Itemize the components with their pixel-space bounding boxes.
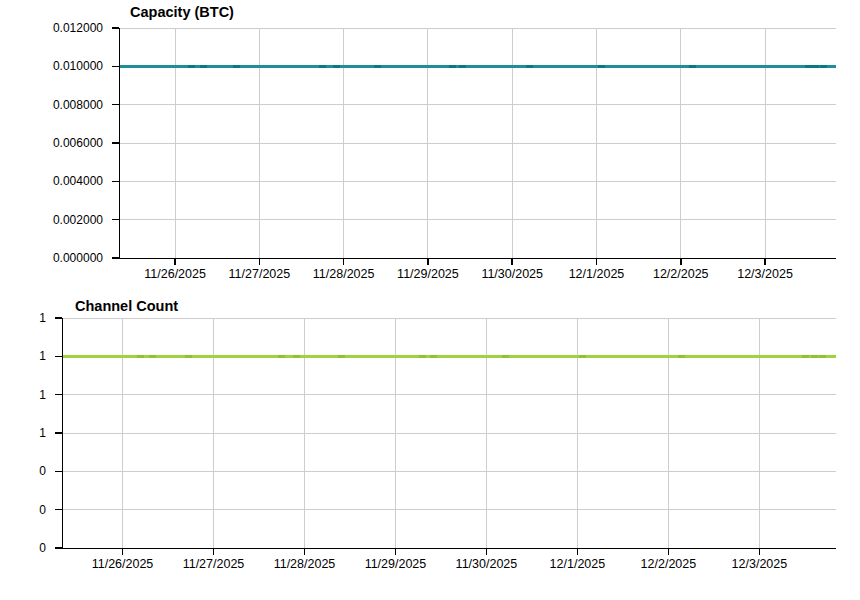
gridline-vertical xyxy=(486,318,487,548)
x-axis-tick xyxy=(486,548,488,555)
x-axis-tick xyxy=(511,258,513,265)
y-axis-tick xyxy=(55,356,62,358)
y-axis-tick xyxy=(55,509,62,511)
data-point-marker xyxy=(819,355,826,358)
x-axis-tick-label: 11/27/2025 xyxy=(169,556,259,572)
data-point-marker xyxy=(526,65,533,68)
data-point-marker xyxy=(811,355,818,358)
y-axis-tick-label: 0.000000 xyxy=(8,250,103,266)
chart-title-channel-count: Channel Count xyxy=(75,298,178,314)
y-axis-tick-label: 0.012000 xyxy=(8,20,103,36)
y-axis-tick-label: 0.002000 xyxy=(8,212,103,228)
gridline-horizontal xyxy=(120,143,836,144)
data-point-marker xyxy=(137,355,144,358)
gridline-vertical xyxy=(596,28,597,258)
x-axis-tick xyxy=(759,548,761,555)
y-axis-tick-label: 1 xyxy=(0,310,46,326)
data-point-marker xyxy=(678,355,685,358)
x-axis-tick-label: 12/3/2025 xyxy=(714,556,804,572)
data-point-marker xyxy=(689,65,696,68)
gridline-horizontal xyxy=(63,318,836,319)
gridline-vertical xyxy=(680,28,681,258)
x-axis-tick-label: 12/1/2025 xyxy=(551,266,641,282)
y-axis-tick xyxy=(55,317,62,319)
data-point-marker xyxy=(374,65,381,68)
data-point-marker xyxy=(598,65,605,68)
data-point-marker xyxy=(149,355,156,358)
x-axis-tick-label: 11/30/2025 xyxy=(467,266,557,282)
gridline-horizontal xyxy=(63,394,836,395)
y-axis-tick xyxy=(55,471,62,473)
gridline-vertical xyxy=(668,318,669,548)
y-axis-tick xyxy=(112,257,119,259)
data-point-marker xyxy=(419,355,426,358)
x-axis-tick xyxy=(577,548,579,555)
chart-plot-capacity: 0.0120000.0100000.0080000.0060000.004000… xyxy=(119,28,836,259)
x-axis-tick xyxy=(596,258,598,265)
data-point-marker xyxy=(579,355,586,358)
x-axis-tick xyxy=(668,548,670,555)
x-axis-tick xyxy=(343,258,345,265)
y-axis-tick xyxy=(55,432,62,434)
gridline-vertical xyxy=(175,28,176,258)
y-axis-tick-label: 0 xyxy=(0,502,46,518)
x-axis-tick-label: 11/28/2025 xyxy=(259,556,349,572)
data-point-marker xyxy=(293,355,300,358)
series-line-capacity-btc- xyxy=(120,65,836,68)
data-point-marker xyxy=(319,65,326,68)
y-axis-tick xyxy=(112,104,119,106)
data-point-marker xyxy=(449,65,456,68)
data-point-marker xyxy=(333,65,340,68)
y-axis-tick xyxy=(112,66,119,68)
data-point-marker xyxy=(278,355,285,358)
gridline-horizontal xyxy=(120,28,836,29)
y-axis-tick xyxy=(112,219,119,221)
data-point-marker xyxy=(459,65,466,68)
x-axis-tick-label: 11/30/2025 xyxy=(441,556,531,572)
series-line-channel-count xyxy=(63,355,836,358)
data-point-marker xyxy=(820,65,827,68)
gridline-vertical xyxy=(395,318,396,548)
x-axis-tick-label: 11/27/2025 xyxy=(214,266,304,282)
gridline-vertical xyxy=(213,318,214,548)
y-axis-tick xyxy=(112,27,119,29)
data-point-marker xyxy=(200,65,207,68)
x-axis-tick-label: 11/29/2025 xyxy=(383,266,473,282)
data-point-marker xyxy=(430,355,437,358)
x-axis-tick xyxy=(259,258,261,265)
x-axis-tick-label: 12/2/2025 xyxy=(623,556,713,572)
data-point-marker xyxy=(812,65,819,68)
x-axis-tick-label: 12/2/2025 xyxy=(636,266,726,282)
gridline-horizontal xyxy=(63,433,836,434)
y-axis-tick-label: 0.006000 xyxy=(8,135,103,151)
x-axis-tick-label: 11/29/2025 xyxy=(350,556,440,572)
x-axis-tick-label: 11/26/2025 xyxy=(130,266,220,282)
gridline-vertical xyxy=(577,318,578,548)
x-axis-tick xyxy=(764,258,766,265)
gridline-horizontal xyxy=(120,104,836,105)
data-point-marker xyxy=(805,65,812,68)
data-point-marker xyxy=(338,355,345,358)
x-axis-tick-label: 11/28/2025 xyxy=(299,266,389,282)
y-axis-tick-label: 0 xyxy=(0,540,46,556)
gridline-vertical xyxy=(343,28,344,258)
y-axis-tick xyxy=(112,181,119,183)
x-axis-tick xyxy=(213,548,215,555)
y-axis-tick-label: 0.004000 xyxy=(8,173,103,189)
gridline-horizontal xyxy=(120,219,836,220)
x-axis-tick-label: 12/3/2025 xyxy=(720,266,810,282)
y-axis-tick xyxy=(55,394,62,396)
x-axis-tick xyxy=(304,548,306,555)
x-axis-tick xyxy=(174,258,176,265)
x-axis-tick xyxy=(122,548,124,555)
gridline-vertical xyxy=(427,28,428,258)
data-point-marker xyxy=(233,65,240,68)
x-axis-tick-label: 12/1/2025 xyxy=(532,556,622,572)
gridline-vertical xyxy=(122,318,123,548)
gridline-horizontal xyxy=(120,181,836,182)
gridline-horizontal xyxy=(63,509,836,510)
chart-title-capacity: Capacity (BTC) xyxy=(130,4,234,20)
dashboard-page: Capacity (BTC) 0.0120000.0100000.0080000… xyxy=(0,0,860,600)
y-axis-tick-label: 1 xyxy=(0,425,46,441)
x-axis-tick xyxy=(395,548,397,555)
